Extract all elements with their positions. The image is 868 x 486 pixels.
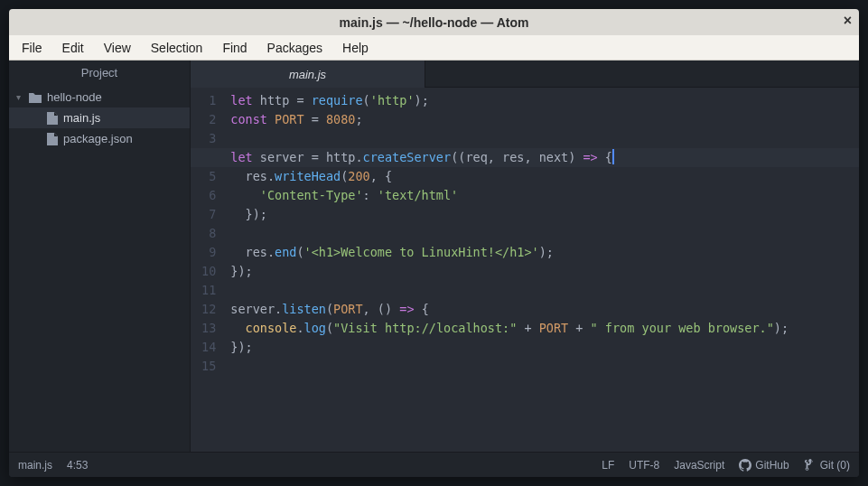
- statusbar: main.js 4:53 LF UTF-8 JavaScript GitHub …: [9, 452, 859, 477]
- text-cursor: [612, 149, 614, 164]
- code-line[interactable]: let http = require('http');: [230, 91, 854, 110]
- menu-edit[interactable]: Edit: [53, 38, 93, 58]
- file-icon: [47, 112, 58, 125]
- git-branch-icon: [804, 459, 817, 472]
- tree-file[interactable]: package.json: [9, 128, 190, 149]
- tab-label: main.js: [289, 68, 326, 81]
- tree-root-label: hello-node: [47, 90, 102, 104]
- code-line[interactable]: const PORT = 8080;: [230, 110, 854, 129]
- menu-view[interactable]: View: [95, 38, 140, 58]
- gutter: 123456789101112131415: [191, 88, 225, 452]
- menu-file[interactable]: File: [13, 38, 51, 58]
- tabbar: main.js: [191, 61, 859, 88]
- status-encoding[interactable]: UTF-8: [629, 459, 659, 472]
- chevron-down-icon: ▾: [16, 92, 23, 102]
- status-github-label: GitHub: [755, 459, 789, 472]
- close-icon[interactable]: ×: [844, 13, 852, 29]
- code-line[interactable]: console.log("Visit http://localhost:" + …: [230, 319, 854, 338]
- menu-selection[interactable]: Selection: [142, 38, 212, 58]
- titlebar[interactable]: main.js — ~/hello-node — Atom ×: [9, 9, 859, 35]
- code-area[interactable]: let http = require('http');const PORT = …: [225, 88, 859, 452]
- status-git[interactable]: Git (0): [804, 459, 850, 472]
- status-git-label: Git (0): [820, 459, 850, 472]
- folder-icon: [29, 92, 42, 103]
- code-editor[interactable]: 123456789101112131415 let http = require…: [191, 88, 859, 452]
- app-window: main.js — ~/hello-node — Atom × FileEdit…: [9, 9, 859, 477]
- code-line[interactable]: let server = http.createServer((req, res…: [230, 148, 854, 167]
- status-filename[interactable]: main.js: [18, 459, 52, 472]
- tree-file-label: main.js: [63, 111, 100, 125]
- tree-root-folder[interactable]: ▾ hello-node: [9, 87, 190, 107]
- tab-main-js[interactable]: main.js: [191, 61, 425, 88]
- status-eol[interactable]: LF: [602, 459, 614, 472]
- code-line[interactable]: [230, 357, 854, 376]
- status-language[interactable]: JavaScript: [674, 459, 724, 472]
- sidebar: Project ▾ hello-node main.jspackage.json: [9, 61, 191, 452]
- menu-help[interactable]: Help: [333, 38, 378, 58]
- tree-file[interactable]: main.js: [9, 107, 190, 128]
- project-panel-title: Project: [9, 61, 190, 85]
- code-line[interactable]: [230, 129, 854, 148]
- code-line[interactable]: [230, 281, 854, 300]
- code-line[interactable]: res.end('<h1>Welcome to LinuxHint!</h1>'…: [230, 243, 854, 262]
- status-github[interactable]: GitHub: [739, 459, 789, 472]
- menubar: FileEditViewSelectionFindPackagesHelp: [9, 35, 859, 61]
- file-icon: [47, 133, 58, 145]
- code-line[interactable]: res.writeHead(200, {: [230, 167, 854, 186]
- github-icon: [739, 459, 751, 472]
- editor-pane: main.js 123456789101112131415 let http =…: [191, 61, 859, 452]
- tree-file-label: package.json: [63, 132, 133, 145]
- menu-packages[interactable]: Packages: [258, 38, 331, 58]
- file-tree: ▾ hello-node main.jspackage.json: [9, 85, 190, 452]
- status-cursor-position[interactable]: 4:53: [67, 459, 88, 472]
- code-line[interactable]: });: [230, 338, 854, 357]
- code-line[interactable]: server.listen(PORT, () => {: [230, 300, 854, 319]
- code-line[interactable]: 'Content-Type': 'text/html': [230, 186, 854, 205]
- code-line[interactable]: });: [230, 262, 854, 281]
- window-title: main.js — ~/hello-node — Atom: [340, 15, 529, 30]
- code-line[interactable]: });: [230, 205, 854, 224]
- menu-find[interactable]: Find: [213, 38, 256, 58]
- code-line[interactable]: [230, 224, 854, 243]
